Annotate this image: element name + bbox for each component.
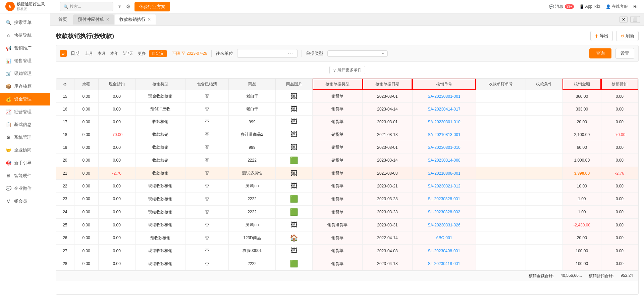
- system-icon: ⚙: [5, 134, 11, 140]
- cell-verify-bill-no[interactable]: SA-20230331-026: [412, 219, 476, 231]
- sidebar-item-wechat[interactable]: 💬 企业微信: [0, 182, 50, 195]
- cell-verify-bill-no[interactable]: SA-20210813-001: [412, 128, 476, 141]
- query-button[interactable]: 查询: [589, 48, 611, 58]
- tab-maximize-button[interactable]: ⬜: [630, 16, 640, 23]
- cell-receipt-order: [476, 219, 526, 231]
- table-body: 15 0.00 0.00 现金收款核销 否 老白干 🖼 销货单 2023-03-…: [56, 90, 638, 270]
- cell-verify-bill-no[interactable]: SL-20230418-001: [412, 257, 476, 270]
- filter-settings-button[interactable]: 设置: [615, 48, 634, 59]
- cell-verify-bill-no[interactable]: SA-20230321-012: [412, 180, 476, 192]
- top-search-bar[interactable]: 🔍 搜索...: [60, 2, 113, 11]
- cell-verify-discount: 0.00: [601, 231, 638, 245]
- cell-verify-bill-no[interactable]: SL-20230408-001: [412, 245, 476, 257]
- cell-verify-bill-no[interactable]: ABC-001: [412, 231, 476, 245]
- cell-idx: 15: [56, 90, 74, 103]
- notification-area[interactable]: 💬 消息 99+: [549, 4, 574, 9]
- cell-idx: 27: [56, 245, 74, 257]
- from-unit-dots[interactable]: ···: [288, 50, 294, 56]
- date-opt-last-month[interactable]: 上月: [84, 50, 94, 57]
- cell-balance: 0.00: [74, 154, 98, 167]
- cell-verify-bill-no[interactable]: SA-20230301-010: [412, 116, 476, 128]
- data-table-container[interactable]: ⚙ 余额 现金折扣 核销类型 包含已结清 商品 商品图片 核销单据类型 核销单据…: [56, 78, 639, 295]
- table-row: 15 0.00 0.00 现金收款核销 否 老白干 🖼 销货单 2023-03-…: [56, 90, 638, 103]
- bill-type-select[interactable]: ▼: [327, 50, 388, 57]
- date-opt-more[interactable]: 更多: [137, 50, 147, 57]
- tab-close-all-button[interactable]: ✕: [620, 16, 628, 23]
- from-unit-label: 往来单位: [216, 50, 233, 56]
- expand-more-button[interactable]: ∨ 展开更多条件: [329, 66, 365, 74]
- tab-prepay-close[interactable]: ✕: [106, 17, 109, 22]
- table-row: 20 0.00 0.00 收款核销 否 2222 🟩 销货单 2023-03-1…: [56, 154, 638, 167]
- refresh-button[interactable]: ↺ 刷新: [616, 31, 639, 41]
- export-button[interactable]: ⬆ 导出: [590, 31, 613, 41]
- cell-receipt-condition: [526, 219, 562, 231]
- sidebar-item-purchase[interactable]: 🛒 采购管理: [0, 67, 50, 80]
- date-opt-this-year[interactable]: 本年: [109, 50, 120, 57]
- cell-product: 测试jun: [228, 180, 275, 192]
- cell-verify-amount: 100.00: [562, 245, 601, 257]
- cell-verify-discount: 0.00: [601, 103, 638, 116]
- cell-verify-bill-no[interactable]: SA-20230314-008: [412, 154, 476, 167]
- cell-product: 2222: [228, 206, 275, 219]
- date-opt-this-month[interactable]: 本月: [96, 50, 107, 57]
- cell-verify-discount: 0.00: [601, 219, 638, 231]
- date-opt-custom[interactable]: 自定义: [149, 50, 167, 57]
- page-content: 收款核销执行(按收款) ⬆ 导出 ↺ 刷新 » 日期 上月: [50, 26, 644, 300]
- date-filter-label: 日期: [71, 50, 79, 56]
- cell-balance: 0.00: [74, 103, 98, 116]
- sidebar-label-hardware: 智能硬件: [14, 173, 32, 179]
- cell-verify-bill-no[interactable]: SL-20230328-001: [412, 192, 476, 206]
- cell-verify-type: 收款核销: [135, 154, 185, 167]
- cell-verify-bill-no[interactable]: SA-20230414-017: [412, 103, 476, 116]
- refresh-label: 刷新: [626, 33, 634, 39]
- online-service[interactable]: 👤 在线客服: [606, 4, 628, 9]
- col-header-gear[interactable]: ⚙: [56, 79, 74, 90]
- bill-type-label: 单据类型: [306, 50, 323, 56]
- cell-verify-bill-no[interactable]: SA-20230301-001: [412, 90, 476, 103]
- cell-verify-bill-no[interactable]: SL-20230328-002: [412, 206, 476, 219]
- cell-verify-bill-date: 2021-08-08: [363, 167, 413, 180]
- sidebar-item-marketing[interactable]: 📢 营销推广: [0, 42, 50, 54]
- date-opt-7days[interactable]: 近7天: [122, 50, 135, 57]
- cell-receipt-order: [476, 128, 526, 141]
- cell-verify-discount: -2.76: [601, 167, 638, 180]
- dropdown-icon[interactable]: ▼: [117, 4, 122, 9]
- cell-included: 否: [185, 180, 228, 192]
- sidebar-item-hardware[interactable]: 🖥 智能硬件: [0, 169, 50, 182]
- cell-verify-bill-no[interactable]: SA-20230301-010: [412, 141, 476, 154]
- cell-verify-bill-date: 2023-04-08: [363, 245, 413, 257]
- cell-verify-bill-no[interactable]: SA-20210808-001: [412, 167, 476, 180]
- cell-product: 2222: [228, 192, 275, 206]
- sidebar-label-management: 经营管理: [14, 109, 32, 115]
- sidebar-item-basic[interactable]: 📋 基础信息: [0, 118, 50, 131]
- user-area[interactable]: Rit: [633, 4, 639, 9]
- cell-cash-discount: 0.00: [98, 180, 135, 192]
- sidebar-item-collab[interactable]: 🤝 企业协同: [0, 144, 50, 157]
- sidebar-item-system[interactable]: ⚙ 系统管理: [0, 131, 50, 144]
- cell-verify-bill-date: 2023-03-28: [363, 206, 413, 219]
- settings-gear-icon[interactable]: ⚙: [126, 3, 130, 10]
- sidebar-item-member[interactable]: V 畅会员: [0, 195, 50, 208]
- app-download[interactable]: 📱 App下载: [579, 4, 600, 9]
- sidebar-item-search[interactable]: 🔍 搜索菜单: [0, 16, 50, 29]
- cell-included: 否: [185, 116, 228, 128]
- tab-prepay[interactable]: 预付冲应付单 ✕: [73, 14, 114, 25]
- cell-cash-discount: 0.00: [98, 154, 135, 167]
- sidebar-item-management[interactable]: 📈 经营管理: [0, 105, 50, 118]
- from-unit-input[interactable]: ···: [237, 49, 298, 58]
- tab-home[interactable]: 首页: [53, 14, 72, 25]
- tab-receipt-verify-close[interactable]: ✕: [148, 17, 151, 22]
- tab-receipt-verify[interactable]: 收款核销执行 ✕: [115, 14, 156, 25]
- cell-verify-amount: 360.00: [562, 90, 601, 103]
- cell-receipt-condition: [526, 154, 562, 167]
- search-menu-icon: 🔍: [5, 19, 11, 26]
- cell-receipt-condition: [526, 206, 562, 219]
- cell-cash-discount: -70.00: [98, 128, 135, 141]
- filter-expand-button[interactable]: »: [60, 50, 67, 57]
- sidebar-item-sales[interactable]: 📊 销售管理: [0, 54, 50, 67]
- sidebar-item-inventory[interactable]: 📦 库存核算: [0, 80, 50, 93]
- sidebar-item-guide[interactable]: 🎯 新手引导: [0, 157, 50, 169]
- solution-button[interactable]: 休验行业方案: [135, 2, 170, 11]
- sidebar-item-finance[interactable]: 💰 资金管理: [0, 93, 50, 105]
- sidebar-item-nav[interactable]: ⌂ 快捷导航: [0, 29, 50, 42]
